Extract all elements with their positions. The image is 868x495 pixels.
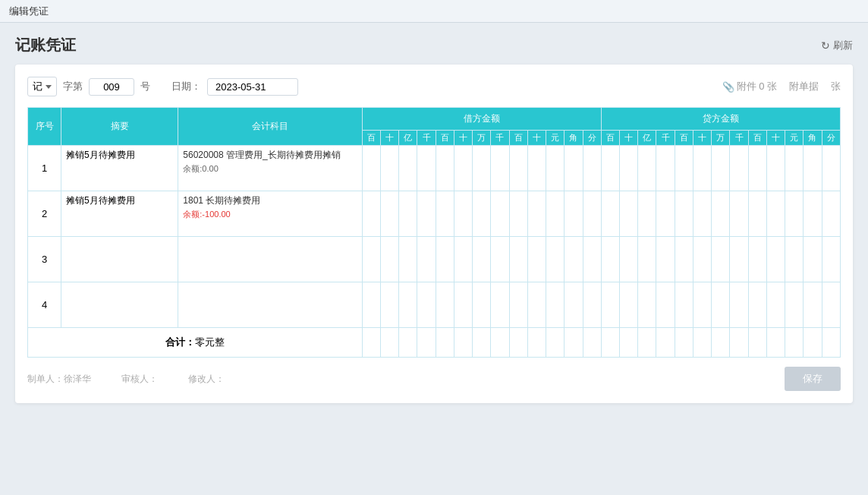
- row-3-debit-1[interactable]: [362, 237, 380, 282]
- row-1-credit-10[interactable]: [766, 146, 785, 191]
- row-4-credit-1[interactable]: [601, 282, 619, 328]
- row-2-debit-2[interactable]: [380, 191, 398, 237]
- row-1-credit-3[interactable]: [638, 146, 656, 191]
- row-3-credit-13[interactable]: [822, 237, 840, 282]
- row-1-summary[interactable]: 摊销5月待摊费用: [61, 146, 178, 191]
- row-3-credit-7[interactable]: [712, 237, 730, 282]
- row-3-credit-11[interactable]: [785, 237, 804, 282]
- row-4-credit-4[interactable]: [656, 282, 675, 328]
- row-3-credit-9[interactable]: [748, 237, 766, 282]
- row-1-account[interactable]: 56020008 管理费用_长期待摊费用摊销余额:0.00: [178, 146, 362, 191]
- row-1-debit-2[interactable]: [380, 146, 398, 191]
- row-3-debit-4[interactable]: [417, 237, 436, 282]
- row-4-debit-5[interactable]: [436, 282, 454, 328]
- row-4-summary[interactable]: [61, 282, 178, 328]
- row-4-credit-7[interactable]: [712, 282, 730, 328]
- row-2-debit-8[interactable]: [491, 191, 509, 237]
- row-1-credit-9[interactable]: [748, 146, 766, 191]
- row-3-credit-3[interactable]: [638, 237, 656, 282]
- row-4-debit-6[interactable]: [454, 282, 472, 328]
- attachment-link[interactable]: 📎 附件 0 张: [722, 80, 777, 93]
- row-3-credit-8[interactable]: [730, 237, 748, 282]
- row-3-credit-12[interactable]: [804, 237, 822, 282]
- row-1-debit-5[interactable]: [436, 146, 454, 191]
- row-2-credit-3[interactable]: [638, 191, 656, 237]
- row-1-credit-11[interactable]: [785, 146, 804, 191]
- row-1-debit-9[interactable]: [509, 146, 527, 191]
- row-2-credit-6[interactable]: [693, 191, 711, 237]
- row-1-credit-5[interactable]: [675, 146, 693, 191]
- row-3-summary[interactable]: [61, 237, 178, 282]
- row-3-account[interactable]: [178, 237, 362, 282]
- row-1-debit-6[interactable]: [454, 146, 472, 191]
- row-4-debit-10[interactable]: [527, 282, 546, 328]
- row-4-debit-7[interactable]: [473, 282, 491, 328]
- row-4-credit-9[interactable]: [748, 282, 766, 328]
- row-2-credit-12[interactable]: [804, 191, 822, 237]
- row-2-credit-13[interactable]: [822, 191, 840, 237]
- row-3-credit-4[interactable]: [656, 237, 675, 282]
- row-2-debit-10[interactable]: [527, 191, 546, 237]
- row-4-credit-11[interactable]: [785, 282, 804, 328]
- row-3-debit-10[interactable]: [527, 237, 546, 282]
- row-1-credit-4[interactable]: [656, 146, 675, 191]
- row-2-debit-11[interactable]: [546, 191, 565, 237]
- row-1-debit-4[interactable]: [417, 146, 436, 191]
- row-3-debit-11[interactable]: [546, 237, 565, 282]
- row-4-debit-3[interactable]: [399, 282, 417, 328]
- save-button[interactable]: 保存: [785, 367, 841, 391]
- row-1-credit-7[interactable]: [712, 146, 730, 191]
- row-4-credit-6[interactable]: [693, 282, 711, 328]
- row-4-debit-11[interactable]: [546, 282, 565, 328]
- row-3-debit-8[interactable]: [491, 237, 509, 282]
- row-1-credit-6[interactable]: [693, 146, 711, 191]
- zi-number-input[interactable]: [89, 78, 134, 96]
- row-4-credit-2[interactable]: [620, 282, 638, 328]
- row-4-debit-4[interactable]: [417, 282, 436, 328]
- row-1-debit-11[interactable]: [546, 146, 565, 191]
- row-2-account[interactable]: 1801 长期待摊费用余额:-100.00: [178, 191, 362, 237]
- row-3-credit-10[interactable]: [766, 237, 785, 282]
- row-2-debit-5[interactable]: [436, 191, 454, 237]
- row-2-debit-1[interactable]: [362, 191, 380, 237]
- row-2-debit-4[interactable]: [417, 191, 436, 237]
- row-2-credit-8[interactable]: [730, 191, 748, 237]
- row-4-debit-13[interactable]: [583, 282, 601, 328]
- row-3-debit-12[interactable]: [565, 237, 583, 282]
- row-2-credit-10[interactable]: [766, 191, 785, 237]
- row-3-debit-6[interactable]: [454, 237, 472, 282]
- row-2-debit-13[interactable]: [583, 191, 601, 237]
- row-3-debit-13[interactable]: [583, 237, 601, 282]
- row-4-debit-12[interactable]: [565, 282, 583, 328]
- row-4-debit-1[interactable]: [362, 282, 380, 328]
- row-1-debit-13[interactable]: [583, 146, 601, 191]
- row-4-credit-8[interactable]: [730, 282, 748, 328]
- row-2-credit-5[interactable]: [675, 191, 693, 237]
- row-1-credit-1[interactable]: [601, 146, 619, 191]
- row-2-debit-12[interactable]: [565, 191, 583, 237]
- refresh-button[interactable]: ↻ 刷新: [821, 39, 853, 52]
- row-4-debit-8[interactable]: [491, 282, 509, 328]
- row-1-debit-10[interactable]: [527, 146, 546, 191]
- row-2-debit-6[interactable]: [454, 191, 472, 237]
- row-2-credit-7[interactable]: [712, 191, 730, 237]
- row-3-credit-1[interactable]: [601, 237, 619, 282]
- row-2-credit-9[interactable]: [748, 191, 766, 237]
- row-4-credit-5[interactable]: [675, 282, 693, 328]
- row-1-debit-7[interactable]: [473, 146, 491, 191]
- row-1-debit-1[interactable]: [362, 146, 380, 191]
- row-3-debit-7[interactable]: [473, 237, 491, 282]
- date-input[interactable]: [207, 78, 298, 96]
- row-2-summary[interactable]: 摊销5月待摊费用: [61, 191, 178, 237]
- row-2-credit-1[interactable]: [601, 191, 619, 237]
- row-1-debit-8[interactable]: [491, 146, 509, 191]
- row-3-debit-3[interactable]: [399, 237, 417, 282]
- row-1-debit-12[interactable]: [565, 146, 583, 191]
- row-3-debit-9[interactable]: [509, 237, 527, 282]
- row-2-debit-3[interactable]: [399, 191, 417, 237]
- row-2-credit-2[interactable]: [620, 191, 638, 237]
- row-1-credit-2[interactable]: [620, 146, 638, 191]
- row-3-credit-6[interactable]: [693, 237, 711, 282]
- row-3-debit-2[interactable]: [380, 237, 398, 282]
- row-2-debit-7[interactable]: [473, 191, 491, 237]
